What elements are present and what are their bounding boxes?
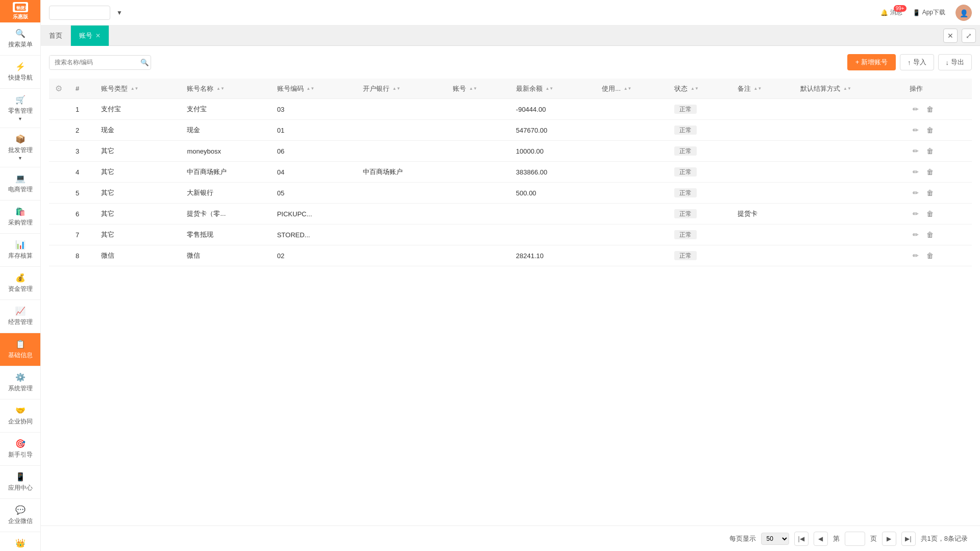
col-status[interactable]: 状态 ▲▼ — [668, 79, 731, 99]
topbar-search-input[interactable] — [49, 6, 110, 20]
status-badge-7: 正常 — [674, 251, 697, 260]
sidebar-item-7[interactable]: 💰 资金管理 — [0, 267, 40, 300]
tab-account[interactable]: 账号 ✕ — [71, 26, 109, 46]
cell-usage-0 — [596, 99, 668, 120]
import-button[interactable]: ↑ 导入 — [900, 54, 934, 70]
col-account[interactable]: 账号 ▲▼ — [447, 79, 509, 99]
sidebar-item-14[interactable]: 💬 企业微信 — [0, 499, 40, 532]
delete-button-1[interactable]: 🗑 — [923, 125, 937, 135]
search-box: 🔍 — [49, 55, 151, 70]
edit-button-3[interactable]: ✏ — [910, 167, 922, 177]
cell-action-0: ✏ 🗑 — [903, 99, 972, 120]
arrow-icon-2: ▼ — [18, 116, 22, 121]
sidebar-item-3[interactable]: 📦 批发管理 ▼ — [0, 128, 40, 167]
edit-button-1[interactable]: ✏ — [910, 125, 922, 135]
delete-button-2[interactable]: 🗑 — [923, 146, 937, 156]
sidebar-item-15[interactable]: 👑 畅会员 — [0, 532, 40, 551]
edit-button-6[interactable]: ✏ — [910, 230, 922, 240]
delete-button-6[interactable]: 🗑 — [923, 230, 937, 240]
delete-button-5[interactable]: 🗑 — [923, 209, 937, 219]
cell-payment-0 — [794, 99, 903, 120]
col-usage[interactable]: 使用... ▲▼ — [596, 79, 668, 99]
delete-button-3[interactable]: 🗑 — [923, 167, 937, 177]
last-page-button[interactable]: ▶| — [901, 532, 916, 546]
cell-action-2: ✏ 🗑 — [903, 141, 972, 162]
search-button[interactable]: 🔍 — [136, 56, 151, 69]
edit-button-7[interactable]: ✏ — [910, 251, 922, 261]
cell-remark-2 — [731, 141, 794, 162]
delete-button-7[interactable]: 🗑 — [923, 251, 937, 261]
cell-usage-5 — [596, 204, 668, 224]
cell-bank-3: 中百商场账户 — [357, 162, 447, 183]
edit-button-5[interactable]: ✏ — [910, 209, 922, 219]
topbar-left: ▼ — [49, 6, 122, 20]
tabbar-expand-btn[interactable]: ⤢ — [962, 29, 976, 43]
cell-num-6: 7 — [69, 224, 95, 245]
col-default-payment[interactable]: 默认结算方式 ▲▼ — [794, 79, 903, 99]
first-page-button[interactable]: |◀ — [794, 532, 808, 546]
cell-action-4: ✏ 🗑 — [903, 183, 972, 204]
prev-page-button[interactable]: ◀ — [814, 532, 828, 546]
accounts-table: ⚙ # 账号类型 ▲▼ 账号名称 ▲▼ 账号编码 ▲▼ 开户银行 ▲▼ 账号 ▲… — [49, 79, 972, 266]
cell-code-2: 06 — [271, 141, 357, 162]
page-number-input[interactable]: 1 — [845, 532, 865, 546]
app-download-button[interactable]: 📱 App下载 — [913, 8, 945, 17]
sidebar-icon-15: 👑 — [15, 538, 26, 548]
sidebar-item-6[interactable]: 📊 库存核算 — [0, 234, 40, 267]
sidebar-item-1[interactable]: ⚡ 快捷导航 — [0, 56, 40, 89]
col-type[interactable]: 账号类型 ▲▼ — [95, 79, 181, 99]
sidebar-item-4[interactable]: 💻 电商管理 — [0, 167, 40, 201]
edit-button-2[interactable]: ✏ — [910, 146, 922, 156]
sidebar-item-8[interactable]: 📈 经营管理 — [0, 300, 40, 333]
sidebar-item-13[interactable]: 📱 应用中心 — [0, 466, 40, 499]
cell-status-1: 正常 — [668, 120, 731, 141]
delete-button-0[interactable]: 🗑 — [923, 104, 937, 114]
col-code[interactable]: 账号编码 ▲▼ — [271, 79, 357, 99]
sidebar-label-4: 电商管理 — [8, 185, 33, 194]
page-label: 第 — [833, 534, 840, 543]
page-size-select[interactable]: 50 10 20 100 — [761, 533, 789, 545]
cell-code-0: 03 — [271, 99, 357, 120]
cell-type-3: 其它 — [95, 162, 181, 183]
edit-button-0[interactable]: ✏ — [910, 104, 922, 114]
export-button[interactable]: ↓ 导出 — [938, 54, 972, 70]
col-balance[interactable]: 最新余额 ▲▼ — [510, 79, 596, 99]
pagination: 每页显示 50 10 20 100 |◀ ◀ 第 1 页 ▶ ▶| 共1页，8条… — [41, 525, 980, 551]
search-input[interactable] — [50, 56, 136, 69]
topbar-dropdown[interactable]: ▼ — [116, 9, 122, 16]
sidebar-item-2[interactable]: 🛒 零售管理 ▼ — [0, 89, 40, 128]
sidebar-item-0[interactable]: 🔍 搜索菜单 — [0, 22, 40, 56]
user-avatar[interactable]: 👤 — [955, 5, 972, 21]
edit-button-4[interactable]: ✏ — [910, 188, 922, 198]
tab-home[interactable]: 首页 — [41, 26, 71, 46]
col-remark[interactable]: 备注 ▲▼ — [731, 79, 794, 99]
next-page-button[interactable]: ▶ — [882, 532, 896, 546]
toolbar-right: + 新增账号 ↑ 导入 ↓ 导出 — [847, 54, 972, 70]
table-row: 1 支付宝 支付宝 03 -90444.00 正常 ✏ 🗑 — [49, 99, 972, 120]
sidebar-item-5[interactable]: 🛍️ 采购管理 — [0, 201, 40, 234]
settings-icon[interactable]: ⚙ — [55, 84, 62, 93]
cell-status-5: 正常 — [668, 204, 731, 224]
cell-code-1: 01 — [271, 120, 357, 141]
col-bank[interactable]: 开户银行 ▲▼ — [357, 79, 447, 99]
add-account-button[interactable]: + 新增账号 — [847, 54, 896, 70]
content-area: 🔍 + 新增账号 ↑ 导入 ↓ 导出 ⚙ # 账号类型 ▲▼ — [41, 46, 980, 551]
sidebar-item-9[interactable]: 📋 基础信息 — [0, 333, 40, 366]
sidebar-item-10[interactable]: ⚙️ 系统管理 — [0, 366, 40, 399]
sort-balance-icon: ▲▼ — [545, 87, 553, 91]
sidebar-item-11[interactable]: 🤝 企业协同 — [0, 399, 40, 433]
col-name[interactable]: 账号名称 ▲▼ — [181, 79, 271, 99]
sidebar-item-12[interactable]: 🎯 新手引导 — [0, 433, 40, 466]
sidebar-label-0: 搜索菜单 — [8, 40, 33, 49]
tab-account-close[interactable]: ✕ — [95, 32, 101, 39]
total-label: 共1页，8条记录 — [921, 534, 968, 543]
cell-remark-5: 提货卡 — [731, 204, 794, 224]
tabbar-close-btn[interactable]: ✕ — [943, 29, 958, 43]
cell-bank-0 — [357, 99, 447, 120]
message-button[interactable]: 🔔 消息 99+ — [880, 8, 902, 17]
app-logo: 畅捷通 乐惠版 — [0, 0, 40, 22]
cell-usage-3 — [596, 162, 668, 183]
sidebar-icon-7: 💰 — [15, 273, 26, 283]
cell-status-2: 正常 — [668, 141, 731, 162]
delete-button-4[interactable]: 🗑 — [923, 188, 937, 198]
